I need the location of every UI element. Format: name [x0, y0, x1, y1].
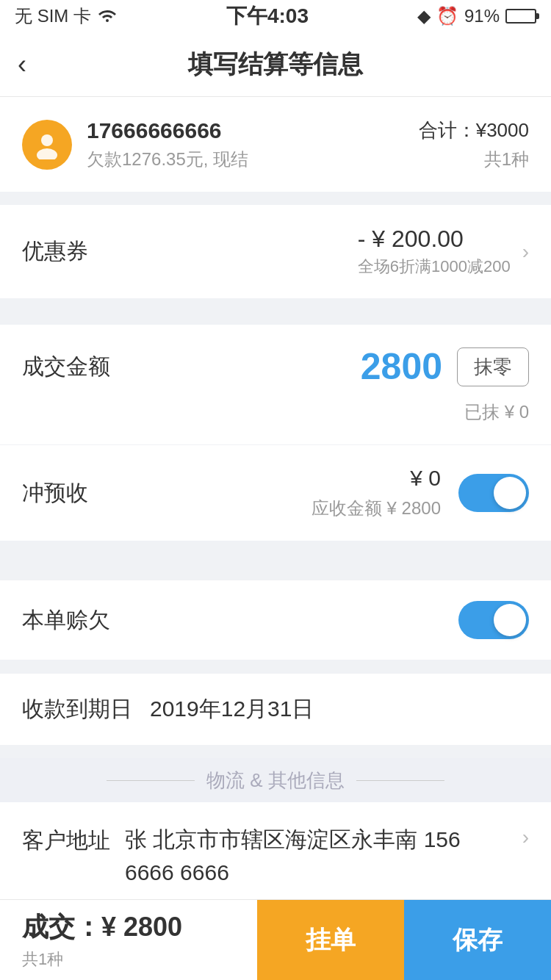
page-title: 填写结算等信息 — [188, 48, 363, 82]
coupon-info: - ¥ 200.00 全场6折满1000减200 — [358, 226, 511, 278]
amount-sub: 已抹 ¥ 0 — [464, 402, 529, 422]
nav-bar: ‹ 填写结算等信息 — [0, 32, 551, 97]
total-label: 合计：¥3000 — [419, 118, 529, 143]
back-button[interactable]: ‹ — [18, 49, 26, 80]
save-button[interactable]: 保存 — [404, 900, 551, 981]
coupon-desc: 全场6折满1000减200 — [358, 256, 511, 278]
coupon-row[interactable]: 优惠券 - ¥ 200.00 全场6折满1000减200 › — [0, 205, 551, 298]
debt-toggle-knob — [494, 604, 526, 636]
location-icon: ◆ — [417, 6, 431, 26]
deal-label: 成交： — [22, 912, 101, 942]
customer-info: 17666666666 欠款1276.35元, 现结 — [87, 118, 248, 171]
address-row[interactable]: 客户地址 张 北京市市辖区海淀区永丰南 156 6666 6666 › — [0, 802, 551, 909]
customer-phone: 17666666666 — [87, 118, 248, 143]
status-left: 无 SIM 卡 — [15, 4, 118, 28]
bottom-summary: 成交：¥ 2800 共1种 — [0, 909, 257, 970]
address-label: 客户地址 — [22, 826, 110, 856]
prepay-toggle[interactable] — [458, 474, 529, 512]
amount-value: 2800 — [361, 345, 442, 388]
svg-point-1 — [37, 148, 57, 159]
prepay-right: ¥ 0 应收金额 ¥ 2800 — [311, 466, 529, 520]
debt-toggle[interactable] — [458, 601, 529, 639]
coupon-right: - ¥ 200.00 全场6折满1000减200 › — [358, 226, 529, 278]
status-right: ◆ ⏰ 91% — [417, 6, 536, 26]
coupon-discount: - ¥ 200.00 — [358, 226, 511, 253]
address-content: 张 北京市市辖区海淀区永丰南 156 6666 6666 — [125, 823, 511, 889]
prepay-sub: 应收金额 ¥ 2800 — [311, 497, 441, 520]
logistics-label: 物流 & 其他信息 — [107, 768, 444, 793]
due-date-row: 收款到期日 2019年12月31日 — [0, 673, 551, 745]
bottom-bar: 成交：¥ 2800 共1种 挂单 保存 — [0, 899, 551, 980]
prepay-row: 冲预收 ¥ 0 应收金额 ¥ 2800 — [0, 444, 551, 541]
amount-section: 成交金额 2800 抹零 已抹 ¥ 0 — [0, 325, 551, 444]
bottom-deal: 成交：¥ 2800 — [22, 909, 235, 945]
divider-1 — [0, 311, 551, 325]
prepay-info: ¥ 0 应收金额 ¥ 2800 — [311, 466, 441, 520]
deal-value: ¥ 2800 — [101, 912, 182, 942]
toggle-knob — [494, 477, 526, 509]
customer-row: 17666666666 欠款1276.35元, 现结 合计：¥3000 共1种 — [0, 97, 551, 192]
due-date-value: 2019年12月31日 — [150, 694, 314, 724]
due-label: 收款到期日 — [22, 694, 132, 724]
amount-label: 成交金额 — [22, 352, 110, 382]
customer-sub: 欠款1276.35元, 现结 — [87, 148, 248, 171]
address-chevron-icon: › — [522, 826, 529, 849]
prepay-label: 冲预收 — [22, 478, 88, 508]
battery-percent: 91% — [464, 6, 500, 26]
debt-row: 本单赊欠 — [0, 580, 551, 660]
round-button[interactable]: 抹零 — [457, 347, 529, 386]
customer-total: 合计：¥3000 共1种 — [419, 118, 529, 171]
debt-label: 本单赊欠 — [22, 605, 110, 635]
bottom-count: 共1种 — [22, 948, 235, 970]
status-time: 下午4:03 — [226, 2, 309, 30]
logistics-divider: 物流 & 其他信息 — [0, 758, 551, 802]
avatar — [22, 120, 72, 170]
amount-row: 成交金额 2800 抹零 — [22, 345, 529, 388]
svg-point-0 — [41, 134, 53, 146]
coupon-label: 优惠券 — [22, 237, 88, 267]
customer-left: 17666666666 欠款1276.35元, 现结 — [22, 118, 248, 171]
status-bar: 无 SIM 卡 下午4:03 ◆ ⏰ 91% — [0, 0, 551, 32]
hang-button[interactable]: 挂单 — [257, 900, 404, 981]
battery-icon — [505, 9, 536, 24]
total-count: 共1种 — [419, 148, 529, 171]
chevron-right-icon: › — [522, 240, 529, 264]
divider-2 — [0, 554, 551, 567]
carrier-text: 无 SIM 卡 — [15, 4, 91, 28]
alarm-icon: ⏰ — [436, 6, 458, 26]
wifi-icon — [97, 6, 118, 26]
amount-right: 2800 抹零 — [361, 345, 529, 388]
content: 17666666666 欠款1276.35元, 现结 合计：¥3000 共1种 … — [0, 97, 551, 980]
prepay-amount: ¥ 0 — [410, 466, 441, 491]
